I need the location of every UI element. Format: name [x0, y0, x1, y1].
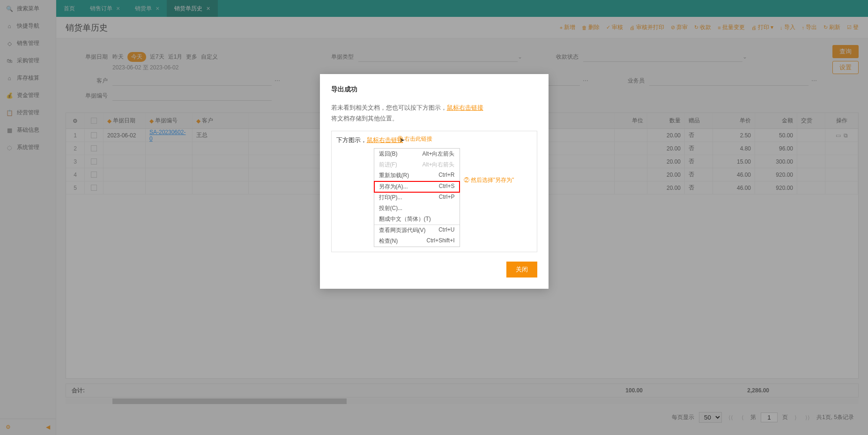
right-click-link[interactable]: 鼠标右击链接 [447, 104, 483, 111]
context-menu-item: 查看网页源代码(V)Ctrl+U [374, 225, 460, 236]
illustration-text: 下方图示，鼠标右击链接➤ [336, 136, 532, 144]
close-button[interactable]: 关闭 [506, 262, 537, 278]
modal-description: 若未看到相关文档，您也可以按下方图示，鼠标右击链接 将文档存储到其他位置。 [331, 102, 537, 124]
illustration-box: ① 右击此链接 下方图示，鼠标右击链接➤ 返回(B)Alt+向左箭头前进(F)A… [331, 131, 537, 252]
context-menu-item: 打印(P)...Ctrl+P [374, 192, 460, 203]
context-menu-item: 检查(N)Ctrl+Shift+I [374, 236, 460, 247]
export-success-modal: 导出成功 若未看到相关文档，您也可以按下方图示，鼠标右击链接 将文档存储到其他位… [320, 74, 549, 289]
hint-save-as: ② 然后选择"另存为" [464, 176, 514, 184]
context-menu-item: 翻成中文（简体）(T) [374, 214, 460, 225]
modal-title: 导出成功 [331, 85, 537, 94]
hint-right-click: ① 右击此链接 [397, 135, 432, 143]
context-menu-item: 重新加载(R)Ctrl+R [374, 170, 460, 181]
context-menu-item: 前进(F)Alt+向右箭头 [374, 159, 460, 170]
context-menu-item: 另存为(A)...Ctrl+S [374, 181, 460, 192]
context-menu-illustration: 返回(B)Alt+向左箭头前进(F)Alt+向右箭头重新加载(R)Ctrl+R另… [374, 148, 460, 247]
context-menu-item: 返回(B)Alt+向左箭头 [374, 149, 460, 159]
context-menu-item: 投射(C)... [374, 203, 460, 214]
